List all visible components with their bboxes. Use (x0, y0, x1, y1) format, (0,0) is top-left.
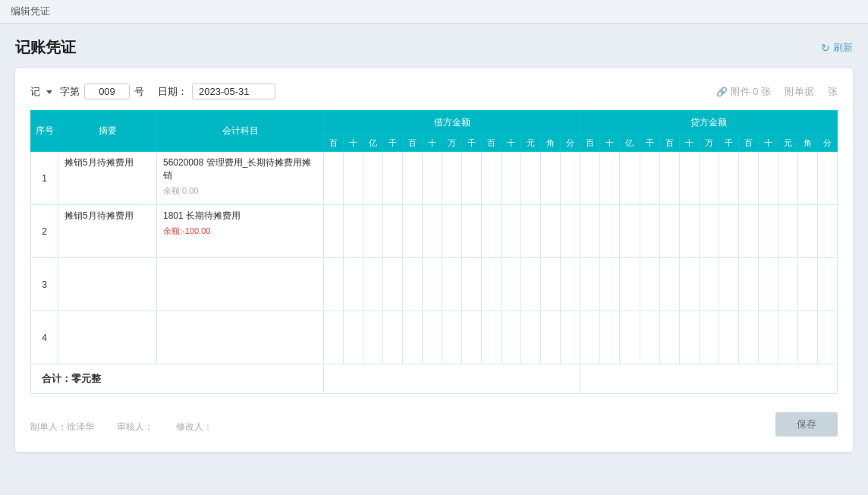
cell-account-1[interactable]: 1801 长期待摊费用余额:-100.00 (157, 205, 324, 258)
date-input[interactable] (192, 84, 275, 99)
credit-cell-2-3[interactable] (640, 258, 659, 311)
credit-cell-1-5[interactable] (679, 205, 699, 258)
debit-cell-1-1[interactable] (344, 205, 363, 258)
credit-cell-1-1[interactable] (600, 205, 620, 258)
credit-cell-3-12[interactable] (817, 311, 837, 364)
debit-cell-1-2[interactable] (363, 205, 383, 258)
cell-account-0[interactable]: 56020008 管理费用_长期待摊费用摊销余额:0.00 (157, 152, 324, 205)
credit-cell-3-1[interactable] (600, 311, 620, 364)
credit-cell-1-0[interactable] (580, 205, 600, 258)
debit-cell-0-11[interactable] (541, 152, 561, 205)
credit-cell-0-2[interactable] (620, 152, 640, 205)
debit-cell-2-5[interactable] (423, 258, 442, 311)
credit-cell-0-0[interactable] (580, 152, 600, 205)
debit-cell-2-7[interactable] (462, 258, 482, 311)
table-row[interactable]: 3 (31, 258, 838, 311)
debit-cell-2-1[interactable] (344, 258, 363, 311)
credit-cell-1-10[interactable] (778, 205, 797, 258)
debit-cell-0-0[interactable] (324, 152, 344, 205)
credit-cell-3-9[interactable] (758, 311, 778, 364)
debit-cell-3-11[interactable] (541, 311, 561, 364)
credit-cell-0-8[interactable] (738, 152, 758, 205)
credit-cell-0-10[interactable] (778, 152, 797, 205)
credit-cell-0-6[interactable] (699, 152, 719, 205)
debit-cell-0-10[interactable] (521, 152, 541, 205)
debit-cell-0-2[interactable] (363, 152, 383, 205)
debit-cell-0-7[interactable] (462, 152, 482, 205)
credit-cell-1-9[interactable] (758, 205, 778, 258)
credit-cell-1-8[interactable] (738, 205, 758, 258)
debit-cell-3-8[interactable] (482, 311, 502, 364)
debit-cell-3-0[interactable] (324, 311, 344, 364)
credit-cell-1-12[interactable] (817, 205, 837, 258)
credit-cell-3-7[interactable] (719, 311, 738, 364)
credit-cell-3-11[interactable] (797, 311, 817, 364)
debit-cell-0-9[interactable] (502, 152, 521, 205)
credit-cell-2-4[interactable] (659, 258, 679, 311)
credit-cell-2-5[interactable] (679, 258, 699, 311)
debit-cell-2-2[interactable] (363, 258, 383, 311)
zi-input[interactable] (84, 84, 130, 99)
debit-cell-1-7[interactable] (462, 205, 482, 258)
table-row[interactable]: 2摊销5月待摊费用1801 长期待摊费用余额:-100.00 (31, 205, 838, 258)
debit-cell-0-8[interactable] (482, 152, 502, 205)
credit-cell-0-9[interactable] (758, 152, 778, 205)
debit-cell-2-0[interactable] (324, 258, 344, 311)
credit-cell-3-4[interactable] (659, 311, 679, 364)
cell-summary-2[interactable] (58, 258, 157, 311)
credit-cell-2-1[interactable] (600, 258, 620, 311)
debit-cell-3-7[interactable] (462, 311, 482, 364)
credit-cell-1-2[interactable] (620, 205, 640, 258)
debit-cell-3-1[interactable] (344, 311, 363, 364)
credit-cell-3-0[interactable] (580, 311, 600, 364)
credit-cell-2-2[interactable] (620, 258, 640, 311)
debit-cell-2-6[interactable] (442, 258, 462, 311)
debit-cell-3-2[interactable] (363, 311, 383, 364)
credit-cell-3-5[interactable] (679, 311, 699, 364)
refresh-button[interactable]: ↻ 刷新 (821, 41, 853, 55)
fj-label[interactable]: 附单据 (785, 85, 814, 99)
credit-cell-0-3[interactable] (640, 152, 659, 205)
credit-cell-0-11[interactable] (797, 152, 817, 205)
debit-cell-3-6[interactable] (442, 311, 462, 364)
debit-cell-3-3[interactable] (383, 311, 403, 364)
debit-cell-2-4[interactable] (403, 258, 423, 311)
credit-cell-0-1[interactable] (600, 152, 620, 205)
credit-cell-0-4[interactable] (659, 152, 679, 205)
debit-cell-3-5[interactable] (423, 311, 442, 364)
credit-cell-3-10[interactable] (778, 311, 797, 364)
cell-summary-1[interactable]: 摊销5月待摊费用 (58, 205, 157, 258)
credit-cell-2-11[interactable] (797, 258, 817, 311)
debit-cell-1-12[interactable] (561, 205, 580, 258)
credit-cell-3-8[interactable] (738, 311, 758, 364)
debit-cell-1-4[interactable] (403, 205, 423, 258)
debit-cell-1-0[interactable] (324, 205, 344, 258)
debit-cell-3-4[interactable] (403, 311, 423, 364)
credit-cell-2-12[interactable] (817, 258, 837, 311)
debit-cell-0-3[interactable] (383, 152, 403, 205)
credit-cell-1-3[interactable] (640, 205, 659, 258)
table-row[interactable]: 4 (31, 311, 838, 364)
table-row[interactable]: 1摊销5月待摊费用56020008 管理费用_长期待摊费用摊销余额:0.00 (31, 152, 838, 205)
debit-cell-3-10[interactable] (521, 311, 541, 364)
debit-cell-0-4[interactable] (403, 152, 423, 205)
credit-cell-2-9[interactable] (758, 258, 778, 311)
credit-cell-2-7[interactable] (719, 258, 738, 311)
debit-cell-2-8[interactable] (482, 258, 502, 311)
debit-cell-1-8[interactable] (482, 205, 502, 258)
credit-cell-1-4[interactable] (659, 205, 679, 258)
attach-link[interactable]: 🔗 附件 0 张 (716, 85, 771, 99)
debit-cell-0-1[interactable] (344, 152, 363, 205)
debit-cell-3-12[interactable] (561, 311, 580, 364)
cell-summary-3[interactable] (58, 311, 157, 364)
credit-cell-3-6[interactable] (699, 311, 719, 364)
debit-cell-0-6[interactable] (442, 152, 462, 205)
debit-cell-1-9[interactable] (502, 205, 521, 258)
debit-cell-2-3[interactable] (383, 258, 403, 311)
credit-cell-2-0[interactable] (580, 258, 600, 311)
debit-cell-1-10[interactable] (521, 205, 541, 258)
debit-cell-1-11[interactable] (541, 205, 561, 258)
credit-cell-3-2[interactable] (620, 311, 640, 364)
credit-cell-3-3[interactable] (640, 311, 659, 364)
debit-cell-2-10[interactable] (521, 258, 541, 311)
